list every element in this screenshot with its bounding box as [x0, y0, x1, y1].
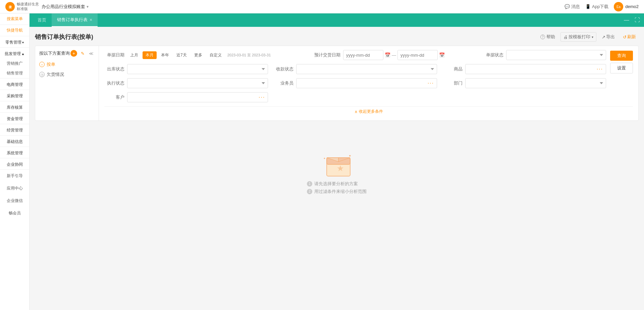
goods-dots-icon[interactable]: ··· [597, 66, 603, 72]
app-download-label: App下载 [592, 4, 608, 10]
goods-label: 商品 [442, 66, 463, 72]
date-btn-this-year[interactable]: 本年 [158, 51, 172, 59]
avatar: Ea [614, 2, 623, 11]
salesperson-input[interactable] [299, 81, 428, 86]
date-btn-more[interactable]: 更多 [191, 51, 205, 59]
filter-field-customer: 客户 ··· [104, 92, 268, 102]
tab-close-icon[interactable]: × [90, 17, 92, 22]
sidebar-item-app-center[interactable]: 应用中心 [0, 182, 29, 195]
exec-status-label: 执行状态 [104, 80, 124, 86]
user-profile[interactable]: Ea demo2 [614, 2, 639, 11]
sidebar-item-enterprise[interactable]: 企业协同 [0, 158, 29, 169]
sidebar-quick-nav[interactable]: 快捷导航 [0, 25, 29, 36]
filter-row-1: 单据日期 上月 本月 本年 近7天 更多 自定义 [104, 50, 606, 60]
calendar-start-icon[interactable]: 📅 [385, 52, 390, 58]
tab-expand-icon[interactable]: ⛶ [633, 16, 641, 24]
tab-sales-order-exec[interactable]: 销售订单执行表 × [52, 13, 98, 27]
sidebar-item-member[interactable]: 畅会员 [0, 207, 29, 219]
expected-date-end-input[interactable] [397, 50, 438, 60]
tab-home-label: 首页 [38, 17, 46, 23]
query-button[interactable]: 查询 [610, 51, 633, 61]
sidebar-sub-sales-mgmt[interactable]: 销售管理 [0, 68, 29, 78]
print-icon: 🖨 [564, 35, 568, 40]
sidebar-item-wechat[interactable]: 企业微信 [0, 195, 29, 207]
customer-input[interactable] [130, 95, 259, 100]
sidebar-item-basic[interactable]: 基础信息 [0, 136, 29, 147]
filter-field-exec-status: 执行状态 [104, 78, 268, 88]
filter-field-doc-status: 单据状态 [483, 50, 606, 60]
customer-input-wrapper: ··· [127, 92, 268, 102]
inventory-label: 库存核算 [7, 105, 23, 110]
sidebar: 搜索菜单 快捷导航 零售管理 ▾ 批发管理 ▲ 营销推广 销售管理 电商管理 采… [0, 13, 30, 310]
scheme-item-by-debt[interactable]: ◷ 欠货情况 [35, 69, 99, 80]
empty-illustration: ★ ✦ ✦ [320, 148, 354, 174]
export-action[interactable]: ↗ 导出 [599, 33, 618, 41]
user-name: demo2 [625, 4, 639, 9]
dept-select[interactable] [465, 78, 606, 88]
scheme-item-by-order[interactable]: ○ 按单 [35, 59, 99, 69]
collection-status-select[interactable] [296, 64, 437, 74]
goods-input[interactable] [468, 67, 597, 72]
sidebar-item-ops[interactable]: 经营管理 [0, 124, 29, 135]
refresh-icon: ↺ [623, 35, 627, 40]
help-action[interactable]: ? 帮助 [538, 33, 558, 41]
date-btn-last-month[interactable]: 上月 [127, 51, 141, 59]
sidebar-group-system: 系统管理 [0, 147, 29, 158]
scheme-edit-btn[interactable]: ✎ [79, 50, 86, 57]
message-icon: 💬 [565, 4, 570, 9]
sidebar-group-enterprise: 企业协同 [0, 158, 29, 170]
export-label: 导出 [606, 34, 615, 40]
sidebar-item-inventory[interactable]: 库存核算 [0, 101, 29, 112]
exec-status-select[interactable] [127, 78, 268, 88]
expected-date-group: 📅 — 📅 [343, 50, 478, 60]
filter-field-out-status: 出库状态 [104, 64, 268, 74]
sidebar-item-retail[interactable]: 零售管理 ▾ [0, 36, 29, 47]
filter-field-date: 单据日期 上月 本月 本年 近7天 更多 自定义 [104, 51, 309, 59]
out-status-select[interactable] [127, 64, 268, 74]
sidebar-item-wholesale[interactable]: 批发管理 ▲ [0, 48, 29, 59]
tab-home[interactable]: 首页 [32, 13, 52, 27]
customer-dots-icon[interactable]: ··· [259, 94, 265, 100]
salesperson-dots-icon[interactable]: ··· [428, 80, 434, 86]
finance-label: 资金管理 [7, 116, 23, 122]
sidebar-item-purchase[interactable]: 采购管理 [0, 90, 29, 101]
filter-row-2: 出库状态 收款状态 [104, 64, 606, 74]
app-download-action[interactable]: 📱 App下载 [585, 4, 608, 10]
expected-date-start-input[interactable] [343, 50, 383, 60]
sidebar-item-system[interactable]: 系统管理 [0, 147, 29, 158]
scheme-collapse-btn[interactable]: ≪ [88, 50, 95, 57]
sidebar-item-newbie[interactable]: 新手引导 [0, 170, 29, 182]
date-btn-this-month[interactable]: 本月 [143, 51, 157, 59]
breadcrumb-arrow-icon[interactable]: ▾ [87, 4, 89, 9]
date-separator: — [392, 53, 396, 58]
calendar-end-icon[interactable]: 📅 [439, 52, 445, 58]
filter-main: 单据日期 上月 本月 本年 近7天 更多 自定义 [104, 50, 633, 106]
basic-label: 基础信息 [7, 139, 23, 145]
query-buttons: 查询 设置 [606, 50, 633, 106]
salesperson-input-wrapper: ··· [296, 78, 437, 88]
doc-status-select[interactable] [506, 50, 606, 60]
customer-label: 客户 [104, 94, 124, 100]
date-btn-last-7days[interactable]: 近7天 [173, 51, 190, 59]
scheme-radio-inactive-icon: ◷ [39, 72, 45, 77]
sidebar-search[interactable]: 搜索菜单 [0, 13, 29, 25]
settings-button[interactable]: 设置 [610, 63, 633, 73]
refresh-action[interactable]: ↺ 刷新 [620, 33, 639, 41]
collapse-bar[interactable]: ∧ 收起更多条件 [104, 106, 633, 116]
app-download-icon: 📱 [585, 4, 591, 9]
message-action[interactable]: 💬 消息 [565, 4, 580, 10]
template-print-action[interactable]: 🖨 按模板打印 ▾ [560, 32, 596, 42]
date-btn-custom[interactable]: 自定义 [207, 51, 225, 59]
sidebar-group-inventory: 库存核算 [0, 101, 29, 113]
goods-input-wrapper: ··· [465, 64, 606, 74]
tab-minimize-icon[interactable]: — [623, 16, 631, 24]
sidebar-group-ops: 经营管理 [0, 124, 29, 136]
header-right: 💬 消息 📱 App下载 Ea demo2 [565, 2, 639, 11]
sidebar-item-ecommerce[interactable]: 电商管理 [0, 79, 29, 90]
svg-text:捷: 捷 [8, 5, 12, 9]
scheme-add-btn[interactable]: + [70, 50, 77, 57]
hint-num-2: 2 [307, 189, 312, 194]
sidebar-item-finance[interactable]: 资金管理 [0, 113, 29, 124]
sidebar-sub-marketing[interactable]: 营销推广 [0, 59, 29, 68]
salesperson-label: 业务员 [273, 80, 293, 86]
